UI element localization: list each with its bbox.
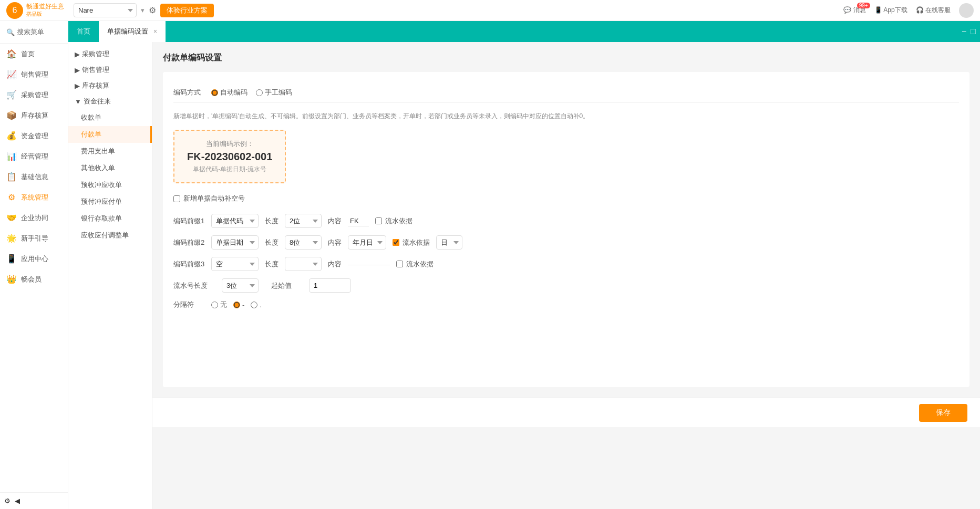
inventory-icon: 📦 <box>6 110 17 120</box>
prefix3-stream-group: 流水依据 <box>396 259 434 269</box>
sidebar-item-sales[interactable]: 📈 销售管理 <box>0 64 68 85</box>
download-icon: 📱 <box>874 6 882 14</box>
prefix1-select[interactable]: 单据代码 <box>211 214 259 228</box>
sep-none-radio[interactable]: 无 <box>211 300 227 309</box>
auto-fill-checkbox[interactable] <box>173 195 180 202</box>
encoding-method-row: 编码方式 自动编码 手工编码 <box>173 82 959 103</box>
sidebar-item-operations[interactable]: 📊 经营管理 <box>0 146 68 167</box>
company-select[interactable]: Nare <box>74 3 137 17</box>
prefix2-length-select[interactable]: 8位 <box>285 235 322 250</box>
search-menu-button[interactable]: 🔍 搜索菜单 <box>4 25 64 39</box>
tabbar: 首页 单据编码设置 × − □ <box>68 21 980 42</box>
chevron-down-icon2: ▼ <box>75 98 81 106</box>
chevron-down-icon: ▾ <box>141 6 145 14</box>
sidebar-item-guide[interactable]: 🌟 新手引导 <box>0 228 68 248</box>
sub-group-sales[interactable]: ▶ 销售管理 <box>68 62 152 78</box>
auto-code-input[interactable] <box>211 89 218 96</box>
save-button[interactable]: 保存 <box>919 404 967 422</box>
prefix3-length-select[interactable] <box>285 257 322 271</box>
app-download[interactable]: 📱 App下载 <box>874 6 907 15</box>
prefix2-stream-group: 流水依据 <box>393 238 430 247</box>
sidebar-item-finance[interactable]: 💰 资金管理 <box>0 126 68 146</box>
sidebar-item-coop[interactable]: 🤝 企业协同 <box>0 207 68 228</box>
manual-code-input[interactable] <box>256 89 263 96</box>
settings-icon[interactable]: ⚙ <box>4 497 11 505</box>
prefix3-label: 编码前缀3 <box>173 259 205 269</box>
prefix3-content-label: 内容 <box>328 259 342 269</box>
prefix3-stream-label: 流水依据 <box>406 259 434 269</box>
sub-link-payment[interactable]: 付款单 <box>68 126 152 143</box>
chevron-right-icon2: ▶ <box>75 66 80 74</box>
serial-length-select[interactable]: 3位 <box>222 278 259 293</box>
topbar-right: 💬 消息 99+ 📱 App下载 🎧 在线客服 <box>843 3 974 18</box>
sub-link-expense[interactable]: 费用支出单 <box>68 143 152 160</box>
prefix2-length-label: 长度 <box>265 238 278 247</box>
prefix3-content-value <box>348 263 390 265</box>
sub-link-adjust[interactable]: 应收应付调整单 <box>68 227 152 244</box>
search-icon: 🔍 <box>6 28 15 36</box>
prefix2-label: 编码前缀2 <box>173 238 205 247</box>
tab-home[interactable]: 首页 <box>68 21 99 42</box>
home-icon: 🏠 <box>6 49 17 59</box>
prefix3-stream-checkbox[interactable] <box>396 261 403 267</box>
tab-close-icon[interactable]: × <box>153 28 157 35</box>
sidebar-item-home[interactable]: 🏠 首页 <box>0 44 68 64</box>
serial-row: 流水号长度 3位 起始值 <box>173 278 959 293</box>
prefix2-period-select[interactable]: 日 <box>436 235 462 250</box>
online-service[interactable]: 🎧 在线客服 <box>916 6 951 15</box>
info-text: 新增单据时，'单据编码'自动生成、不可编辑。前缀设置为部门、业务员等档案类，开单… <box>173 111 959 121</box>
headset-icon: 🎧 <box>916 6 924 14</box>
sidebar-bottom: ⚙ ◀ <box>0 492 68 509</box>
prefix2-select[interactable]: 单据日期 <box>211 235 259 250</box>
start-value-input[interactable] <box>309 278 351 293</box>
auto-code-radio[interactable]: 自动编码 <box>211 88 247 97</box>
sub-link-other-income[interactable]: 其他收入单 <box>68 160 152 176</box>
sub-link-prepay-payable[interactable]: 预付冲应付单 <box>68 193 152 210</box>
gear-icon[interactable]: ⚙ <box>149 5 156 15</box>
sub-link-receipt[interactable]: 收款单 <box>68 109 152 126</box>
manual-code-radio[interactable]: 手工编码 <box>256 88 292 97</box>
trial-button[interactable]: 体验行业方案 <box>160 4 214 17</box>
sub-group-purchase[interactable]: ▶ 采购管理 <box>68 46 152 62</box>
sidebar-item-inventory[interactable]: 📦 库存核算 <box>0 105 68 126</box>
prefix-row-1: 编码前缀1 单据代码 长度 2位 内容 FK <box>173 214 959 228</box>
collapse-icon[interactable]: ◀ <box>15 497 20 505</box>
prefix2-content-select[interactable]: 年月日 <box>348 235 386 250</box>
coop-icon: 🤝 <box>6 213 17 223</box>
sub-link-prepay-receivable[interactable]: 预收冲应收单 <box>68 176 152 193</box>
tab-code-settings[interactable]: 单据编码设置 × <box>99 21 166 42</box>
sep-none-input[interactable] <box>211 302 218 308</box>
maximize-icon[interactable]: □ <box>971 27 976 36</box>
separator-row: 分隔符 无 - <box>173 300 959 309</box>
content-area: ▶ 采购管理 ▶ 销售管理 ▶ 库存核算 ▼ 资金往来 <box>68 42 980 509</box>
footer-bar: 保存 <box>152 398 980 427</box>
sales-icon: 📈 <box>6 69 17 79</box>
prefix3-select[interactable]: 空 <box>211 257 259 271</box>
prefix1-length-select[interactable]: 2位 <box>285 214 322 228</box>
sub-link-bank-deposit[interactable]: 银行存取款单 <box>68 210 152 227</box>
system-icon: ⚙ <box>6 192 17 202</box>
chevron-right-icon: ▶ <box>75 50 80 58</box>
sidebar-item-basic[interactable]: 📋 基础信息 <box>0 167 68 187</box>
member-icon: 👑 <box>6 274 17 284</box>
sub-group-inventory[interactable]: ▶ 库存核算 <box>68 78 152 94</box>
minimize-icon[interactable]: − <box>962 27 966 36</box>
prefix2-stream-checkbox[interactable] <box>393 239 399 246</box>
main-sidebar: 🔍 搜索菜单 🏠 首页 📈 销售管理 🛒 采购管理 📦 库存核算 💰 资金管理 … <box>0 21 68 509</box>
sidebar-item-system[interactable]: ⚙ 系统管理 <box>0 187 68 207</box>
prefix1-stream-checkbox[interactable] <box>375 217 382 224</box>
sub-sidebar: ▶ 采购管理 ▶ 销售管理 ▶ 库存核算 ▼ 资金往来 <box>68 42 152 509</box>
sep-dash-input[interactable] <box>233 302 240 308</box>
sep-dot-input[interactable] <box>251 302 257 308</box>
messages-badge[interactable]: 💬 消息 99+ <box>843 6 865 15</box>
sep-dot-radio[interactable]: . <box>251 301 262 309</box>
sidebar-item-member[interactable]: 👑 畅会员 <box>0 269 68 289</box>
tabbar-actions: − □ <box>962 27 980 36</box>
sidebar-item-apps[interactable]: 📱 应用中心 <box>0 248 68 269</box>
main-right: 付款单编码设置 编码方式 自动编码 <box>152 42 980 509</box>
sub-group-finance[interactable]: ▼ 资金往来 <box>68 94 152 109</box>
sep-dash-radio[interactable]: - <box>233 301 244 309</box>
prefix1-content-value: FK <box>348 216 369 226</box>
avatar[interactable] <box>959 3 974 18</box>
sidebar-item-purchase[interactable]: 🛒 采购管理 <box>0 85 68 105</box>
